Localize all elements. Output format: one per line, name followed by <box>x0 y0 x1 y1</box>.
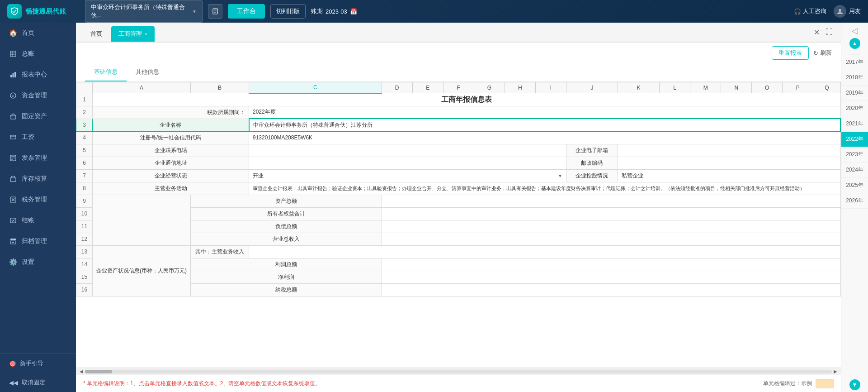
reg-value-cell[interactable]: 91320100MA208E5W6K <box>249 131 840 144</box>
row-num-5: 5 <box>76 144 93 157</box>
address-value-cell[interactable] <box>249 157 566 169</box>
sub-tab-basic[interactable]: 基础信息 <box>85 63 127 81</box>
equity-cell[interactable] <box>382 207 840 220</box>
old-version-button[interactable]: 切到旧版 <box>270 4 306 19</box>
sidebar-item-unpin[interactable]: ◀◀ 取消固定 <box>0 373 76 392</box>
user-area[interactable]: 用友 <box>834 5 861 18</box>
sidebar-item-report[interactable]: 报表中心 <box>0 64 76 85</box>
sidebar-item-inventory[interactable]: 库存核算 <box>0 168 76 189</box>
close-window-button[interactable]: ✕ <box>810 26 823 38</box>
year-item-2018[interactable]: 2018年 <box>841 70 868 86</box>
postal-value-cell[interactable] <box>618 157 840 169</box>
year-item-2021[interactable]: 2021年 <box>841 116 868 132</box>
sidebar-item-ledger[interactable]: 总账 <box>0 43 76 64</box>
scroll-up-button[interactable]: ▲ <box>849 38 860 49</box>
company-name-value-cell[interactable]: 中审众环会计师事务所（特殊普通合伙）江苏分所 <box>249 119 840 131</box>
refresh-button[interactable]: ↻ 刷新 <box>813 49 832 57</box>
table-row: 6 企业通信地址 邮政编码 <box>76 157 841 169</box>
workbench-button[interactable]: 工作台 <box>228 4 265 19</box>
main-biz-value-cell[interactable]: 审查企业会计报表；出具审计报告；验证企业资本；出具验资报告；办理企业合开、分立、… <box>249 182 840 195</box>
logo-icon <box>7 4 22 19</box>
year-item-2020[interactable]: 2020年 <box>841 101 868 116</box>
svg-rect-9 <box>10 75 12 77</box>
h-scrollbar[interactable]: ◀ ▶ <box>76 368 841 375</box>
sub-tab-other[interactable]: 其他信息 <box>127 63 168 81</box>
expand-window-button[interactable]: ⛶ <box>823 26 835 38</box>
biz-status-dropdown-icon: ▼ <box>558 173 562 178</box>
sidebar-item-assets[interactable]: 固定资产 <box>0 106 76 127</box>
sidebar-item-invoice[interactable]: 发票管理 <box>0 148 76 168</box>
year-item-2026[interactable]: 2026年 <box>841 193 868 209</box>
sidebar-item-guide[interactable]: 🎯 新手引导 <box>0 354 76 373</box>
sidebar-item-settings[interactable]: ⚙️ 设置 <box>0 252 76 272</box>
h-scrollbar-track[interactable] <box>85 370 832 373</box>
scroll-down-button[interactable]: ▼ <box>849 379 860 390</box>
year-item-2025[interactable]: 2025年 <box>841 178 868 193</box>
year-item-2022[interactable]: 2022年 <box>841 132 868 147</box>
sidebar-label-ledger: 总账 <box>22 50 34 58</box>
sidebar-item-salary[interactable]: 工资 <box>0 127 76 148</box>
spreadsheet-scroll[interactable]: A B C D E F G H I J K L M <box>76 82 841 368</box>
year-item-2019[interactable]: 2019年 <box>841 86 868 101</box>
net-profit-label: 净利润 <box>191 271 382 283</box>
company-name-label: 企业名称 <box>93 119 249 131</box>
status-right: 单元格编辑过：示例 <box>763 379 834 388</box>
total-assets-cell[interactable] <box>382 195 840 207</box>
tab-home[interactable]: 首页 <box>83 26 109 42</box>
unpin-icon: ◀◀ <box>9 379 18 386</box>
year-item-2023[interactable]: 2023年 <box>841 147 868 163</box>
sidebar-label-settle: 结账 <box>22 216 34 225</box>
ownership-value-cell[interactable]: 私营企业 <box>618 169 840 182</box>
main-revenue-cell[interactable] <box>249 245 840 258</box>
equity-label: 所有者权益合计 <box>191 207 382 220</box>
email-value-cell[interactable] <box>618 144 840 157</box>
salary-icon <box>9 133 17 141</box>
year-item-2024[interactable]: 2024年 <box>841 163 868 178</box>
row-num-8: 8 <box>76 182 93 195</box>
tab-gongshang[interactable]: 工商管理 × <box>111 26 155 42</box>
invoice-icon <box>9 154 17 162</box>
sidebar-item-settle[interactable]: 结账 <box>0 210 76 231</box>
logo-area: 畅捷通易代账 <box>7 4 80 19</box>
sidebar-item-tax[interactable]: 税务管理 <box>0 189 76 210</box>
period-value-cell[interactable]: 2022年度 <box>249 106 840 119</box>
total-tax-cell[interactable] <box>382 283 840 296</box>
tab-close-icon[interactable]: × <box>145 31 147 37</box>
scroll-left-arrow[interactable]: ◀ <box>78 368 85 375</box>
profit-cell[interactable] <box>382 258 840 271</box>
biz-status-cell[interactable]: 开业 ▼ <box>249 169 566 182</box>
phone-value-cell[interactable] <box>249 144 566 157</box>
period-label: 账期 <box>311 7 323 15</box>
year-list: 2017年 2018年 2019年 2020年 2021年 2022年 2023… <box>841 55 868 378</box>
assets-group-label: 企业资产状况信息(币种：人民币万元) <box>93 245 191 296</box>
phone-label: 企业联系电话 <box>93 144 249 157</box>
net-profit-cell[interactable] <box>382 271 840 283</box>
column-header-row: A B C D E F G H I J K L M <box>76 82 841 93</box>
col-header-A: A <box>93 82 191 93</box>
collapse-right-icon[interactable]: ◁ <box>850 26 859 35</box>
doc-icon[interactable] <box>208 4 222 19</box>
settings-icon: ⚙️ <box>9 258 17 266</box>
reset-button[interactable]: 重置报表 <box>772 46 809 60</box>
company-selector[interactable]: 中审众环会计师事务所（特殊普通合伙... ▼ <box>85 0 203 23</box>
sidebar-item-archive[interactable]: 归档管理 <box>0 231 76 252</box>
table-row: 3 企业名称 中审众环会计师事务所（特殊普通合伙）江苏分所 <box>76 119 841 131</box>
h-scrollbar-thumb[interactable] <box>85 370 112 373</box>
sidebar-item-home[interactable]: 🏠 首页 <box>0 23 76 43</box>
user-avatar <box>834 5 846 18</box>
sheet-title-cell[interactable]: 工商年报信息表 <box>93 93 841 106</box>
spreadsheet-container: A B C D E F G H I J K L M <box>76 82 841 392</box>
table-row: 10 所有者权益合计 <box>76 207 841 220</box>
total-revenue-cell[interactable] <box>382 233 840 245</box>
sidebar-label-assets: 固定资产 <box>22 112 47 120</box>
sidebar-item-finance[interactable]: ¥ 资金管理 <box>0 85 76 106</box>
inventory-icon <box>9 175 17 183</box>
col-header-O: O <box>752 82 783 93</box>
calendar-icon[interactable]: 📅 <box>350 8 357 15</box>
email-label: 企业电子邮箱 <box>566 144 618 157</box>
year-item-2017[interactable]: 2017年 <box>841 55 868 70</box>
scroll-right-arrow[interactable]: ▶ <box>832 368 839 375</box>
liabilities-cell[interactable] <box>382 220 840 233</box>
consultation-button[interactable]: 🎧 人工咨询 <box>794 7 826 15</box>
report-icon <box>9 71 17 79</box>
